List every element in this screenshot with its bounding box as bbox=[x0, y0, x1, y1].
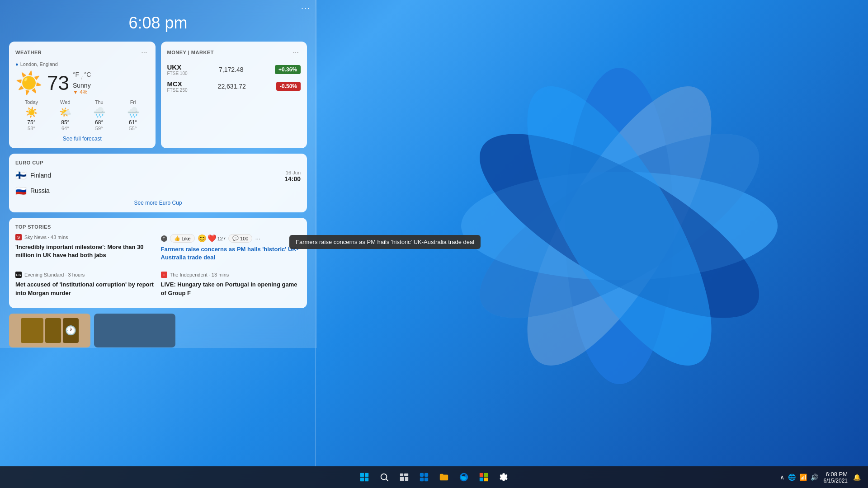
story-4-title: LIVE: Hungary take on Portugal in openin… bbox=[161, 281, 301, 297]
time-value: 6:08 pm bbox=[128, 14, 187, 32]
weather-location: ● London, England bbox=[15, 61, 149, 67]
market-row-ukx: UKX FTSE 100 7,172.48 +0.36% bbox=[167, 61, 301, 78]
story-3-title: Met accused of 'institutional corruption… bbox=[15, 281, 156, 297]
like-button[interactable]: 👍 Like bbox=[170, 234, 195, 243]
svg-rect-24 bbox=[420, 478, 424, 481]
russia-flag-icon: 🇷🇺 bbox=[15, 185, 27, 196]
widgets-panel-menu[interactable]: ··· bbox=[301, 4, 311, 13]
widgets-button[interactable] bbox=[416, 469, 432, 485]
market-widget: MONEY | MARKET ··· UKX FTSE 100 7,172.48… bbox=[161, 42, 307, 148]
show-hidden-icons-button[interactable]: ∧ bbox=[780, 474, 784, 481]
story-3: ES Evening Standard · 3 hours Met accuse… bbox=[15, 272, 156, 301]
weather-precip-text: ▼ 4% bbox=[73, 89, 91, 95]
svg-rect-25 bbox=[425, 478, 428, 481]
widgets-panel: ··· 6:08 pm WEATHER ··· ● London, Englan… bbox=[0, 0, 316, 348]
notification-button[interactable]: 🔔 bbox=[853, 474, 861, 481]
edge-button[interactable] bbox=[456, 469, 472, 485]
search-button[interactable] bbox=[376, 469, 392, 485]
story-2-title: Farmers raise concerns as PM hails 'hist… bbox=[161, 245, 301, 262]
see-full-forecast-link[interactable]: See full forecast bbox=[15, 136, 149, 142]
stories-grid: S Sky News · 43 mins 'Incredibly importa… bbox=[15, 234, 301, 302]
start-button[interactable] bbox=[356, 469, 373, 485]
teams-column: 🇫🇮 Finland 🇷🇺 Russia bbox=[15, 170, 51, 196]
weather-location-text: London, England bbox=[20, 61, 58, 67]
euro-cup-title: EURO CUP bbox=[15, 160, 43, 165]
story-2-more-btn[interactable]: ··· bbox=[255, 235, 260, 242]
emoji-heart: ❤️ bbox=[208, 234, 217, 243]
market-more-button[interactable]: ··· bbox=[291, 48, 301, 57]
volume-icon[interactable]: 🔊 bbox=[811, 474, 818, 481]
svg-rect-22 bbox=[420, 473, 424, 477]
svg-rect-27 bbox=[484, 473, 488, 477]
network-icon[interactable]: 🌐 bbox=[788, 474, 796, 481]
emoji-reactions: 😊 ❤️ 127 bbox=[198, 234, 226, 243]
market-title: MONEY | MARKET bbox=[167, 50, 214, 55]
taskbar-center bbox=[356, 469, 512, 485]
sky-news-icon: S bbox=[15, 234, 22, 240]
forecast-wed: Wed 🌤️ 85° 64° bbox=[49, 99, 81, 131]
top-widgets-row: WEATHER ··· ● London, England ☀️ 73 °F /… bbox=[9, 42, 307, 148]
svg-rect-19 bbox=[404, 474, 408, 476]
the-source-icon: T bbox=[161, 235, 167, 242]
store-button[interactable] bbox=[476, 469, 492, 485]
team-russia-row: 🇷🇺 Russia bbox=[15, 185, 51, 196]
svg-rect-14 bbox=[360, 478, 364, 481]
thumbnail-2[interactable] bbox=[94, 314, 175, 347]
market-ukx-badge: +0.36% bbox=[275, 65, 301, 74]
thumb-img-1 bbox=[21, 318, 43, 343]
svg-rect-28 bbox=[480, 478, 483, 481]
svg-rect-23 bbox=[425, 473, 428, 477]
weather-temperature: 73 bbox=[47, 73, 69, 93]
team-finland-row: 🇫🇮 Finland bbox=[15, 170, 51, 181]
see-more-euro-cup-link[interactable]: See more Euro Cup bbox=[15, 200, 301, 206]
story-4-source: I The Independent · 13 mins bbox=[161, 272, 301, 278]
windows-bloom bbox=[416, 23, 823, 429]
weather-sun-icon: ☀️ bbox=[15, 70, 42, 96]
story-1-title: 'Incredibly important milestone': More t… bbox=[15, 243, 156, 259]
wifi-icon[interactable]: 📶 bbox=[799, 474, 807, 481]
taskview-button[interactable] bbox=[396, 469, 412, 485]
euro-cup-widget: EURO CUP 🇫🇮 Finland 🇷🇺 Russia 16 Jun 14:… bbox=[9, 154, 307, 212]
file-explorer-button[interactable] bbox=[436, 469, 452, 485]
weather-more-button[interactable]: ··· bbox=[139, 48, 149, 57]
thumbnail-1[interactable]: 🕐 bbox=[9, 314, 90, 347]
comment-icon: 💬 bbox=[232, 235, 239, 241]
weather-unit-toggle: °F / °C bbox=[73, 71, 91, 81]
story-2: T 👍 Like 😊 ❤️ 127 💬 100 ··· bbox=[161, 234, 301, 266]
weather-forecast: Today ☀️ 75° 58° Wed 🌤️ 85° 64° Thu 🌧️ 6… bbox=[15, 99, 149, 131]
story-2-link[interactable]: Farmers raise concerns as PM hails 'hist… bbox=[161, 246, 299, 261]
forecast-thu: Thu 🌧️ 68° 59° bbox=[83, 99, 115, 131]
svg-rect-29 bbox=[484, 478, 488, 481]
taskbar-time-value: 6:08 PM bbox=[824, 471, 848, 478]
taskbar-date-value: 6/15/2021 bbox=[824, 478, 848, 484]
team-finland-name: Finland bbox=[30, 172, 51, 179]
weather-header: WEATHER ··· bbox=[15, 48, 149, 57]
svg-rect-21 bbox=[405, 477, 408, 481]
forecast-fri: Fri 🌧️ 61° 55° bbox=[117, 99, 149, 131]
comment-button[interactable]: 💬 100 bbox=[228, 234, 252, 243]
forecast-icon-today: ☀️ bbox=[15, 107, 47, 118]
evening-standard-icon: ES bbox=[15, 272, 22, 278]
forecast-icon-wed: 🌤️ bbox=[49, 107, 81, 118]
thumbnail-strip: 🕐 bbox=[9, 314, 307, 347]
weather-unit-f: °F bbox=[73, 71, 79, 78]
thumb-img-2 bbox=[45, 318, 61, 343]
weather-title: WEATHER bbox=[15, 50, 42, 55]
svg-rect-26 bbox=[480, 473, 483, 477]
taskbar: ∧ 🌐 📶 🔊 6:08 PM 6/15/2021 🔔 bbox=[0, 466, 868, 488]
top-stories-title: TOP STORIES bbox=[15, 224, 51, 230]
clock-display: 6:08 pm bbox=[9, 14, 307, 33]
story-3-source: ES Evening Standard · 3 hours bbox=[15, 272, 156, 278]
settings-button[interactable] bbox=[495, 469, 512, 485]
match-time: 14:00 bbox=[284, 175, 301, 183]
market-row-mcx: MCX FTSE 250 22,631.72 -0.50% bbox=[167, 78, 301, 94]
taskbar-right: ∧ 🌐 📶 🔊 6:08 PM 6/15/2021 🔔 bbox=[780, 471, 861, 484]
forecast-icon-fri: 🌧️ bbox=[117, 107, 149, 118]
market-header: MONEY | MARKET ··· bbox=[167, 48, 301, 57]
story-4: I The Independent · 13 mins LIVE: Hungar… bbox=[161, 272, 301, 301]
weather-condition-text: Sunny bbox=[73, 82, 91, 89]
top-stories-header: TOP STORIES bbox=[15, 224, 301, 230]
svg-rect-12 bbox=[360, 473, 364, 477]
taskbar-clock[interactable]: 6:08 PM 6/15/2021 bbox=[824, 471, 848, 484]
match-container: 🇫🇮 Finland 🇷🇺 Russia 16 Jun 14:00 bbox=[15, 170, 301, 196]
